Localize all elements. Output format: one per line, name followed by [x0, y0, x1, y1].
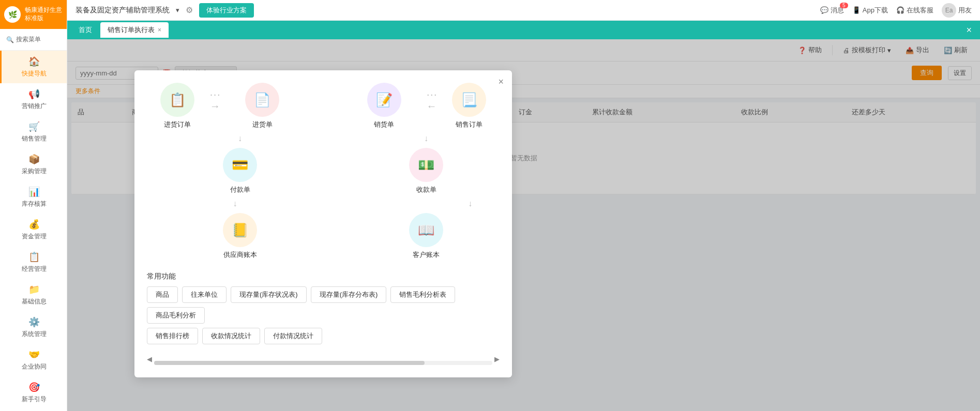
system-icon: ⚙️	[28, 316, 40, 328]
sales-icon: 🛒	[28, 121, 40, 132]
sidebar-logo: 🌿 畅康通好生意 标准版	[0, 0, 67, 29]
supplier-ledger-icon: 📒	[223, 213, 257, 247]
customer-ledger-icon: 📖	[409, 213, 443, 247]
tab-home[interactable]: 首页	[71, 22, 99, 38]
settings-icon[interactable]: ⚙	[186, 5, 193, 15]
sale-bill-icon: 📝	[367, 83, 401, 117]
content-area: ❓ 帮助 🖨 按模板打印 ▾ 📤 导出 🔄 刷新	[67, 39, 980, 411]
arrow-h-1: · · · →	[210, 88, 230, 112]
download-icon: 📱	[852, 6, 861, 14]
purchase-order-label: 进货订单	[164, 120, 191, 129]
common-buttons-row-2: 销售排行榜 收款情况统计 付款情况统计	[147, 328, 500, 344]
flow-row-2: 💳 付款单 💵 收款单	[147, 148, 500, 194]
common-buttons-row-1: 商品 往来单位 现存量(库存状况表) 现存量(库存分布表) 销售毛利分析表 商品…	[147, 286, 500, 324]
message-count: 5	[840, 3, 848, 8]
scroll-right-arrow[interactable]: ▶	[494, 355, 500, 363]
customer-ledger-label: 客户账本	[413, 250, 440, 260]
flow-row-3: 📒 供应商账本 📖 客户账本	[147, 213, 500, 260]
topbar: 装备及固定资产辅助管理系统 ▾ ⚙ 体验行业方案 💬 5 消息 📱 App下载 …	[67, 0, 980, 21]
flow-arrow-row-1: ↓ ↓	[209, 133, 500, 144]
modal-close-button[interactable]: ×	[498, 77, 504, 87]
btn-payment-stat[interactable]: 付款情况统计	[264, 328, 322, 344]
tab-sales-order[interactable]: 销售订单执行表 ×	[100, 22, 169, 38]
basic-icon: 📁	[28, 284, 40, 295]
flow-node-supplier-ledger[interactable]: 📒 供应商账本	[209, 213, 271, 260]
modal-scrollbar-row: ◀ ▶	[147, 353, 500, 365]
flow-node-sale-order[interactable]: 📃 销售订单	[439, 83, 500, 129]
flow-diagram: 📋 进货订单 · · · → 📄 进货单 📝 销货单	[147, 83, 500, 264]
flow-arrow-row-2: ↓ ↓	[147, 199, 500, 209]
finance-icon: 💰	[28, 219, 40, 230]
home-icon: 🏠	[28, 56, 40, 67]
sidebar-item-guide[interactable]: 🎯 新手引导	[0, 376, 67, 409]
sidebar-item-marketing[interactable]: 📢 营销推广	[0, 83, 67, 116]
modal-panel: × 📋 进货订单 · · · → 📄 进货单	[134, 70, 512, 377]
inventory-icon: 📊	[28, 186, 40, 197]
arrow-h-2: · · · →	[417, 88, 437, 112]
sidebar-item-system[interactable]: ⚙️ 系统管理	[0, 311, 67, 344]
sidebar-item-quick-nav[interactable]: 🏠 快捷导航	[0, 51, 67, 83]
btn-sales-profit[interactable]: 销售毛利分析表	[390, 286, 455, 303]
operation-icon: 📋	[28, 251, 40, 263]
tabbar: 首页 销售订单执行表 × ×	[67, 21, 980, 39]
flow-node-payment[interactable]: 💳 付款单	[209, 148, 271, 194]
system-dropdown[interactable]: ▾	[176, 6, 179, 14]
sidebar-item-operation[interactable]: 📋 经营管理	[0, 246, 67, 279]
search-icon: 🔍	[6, 36, 14, 43]
btn-stock-status[interactable]: 现存量(库存状况表)	[231, 286, 307, 303]
topbar-right: 💬 5 消息 📱 App下载 🎧 在线客服 Ea 用友	[820, 3, 972, 18]
arrow-down-1: ↓	[209, 134, 271, 143]
tab-close-icon[interactable]: ×	[158, 26, 161, 34]
collab-icon: 🤝	[28, 349, 40, 360]
avatar: Ea	[942, 3, 956, 18]
sidebar-nav: 🏠 快捷导航 📢 营销推广 🛒 销售管理 📦 采购管理 📊 库存核算 💰	[0, 51, 67, 411]
sidebar-item-basic[interactable]: 📁 基础信息	[0, 279, 67, 311]
btn-product-profit[interactable]: 商品毛利分析	[147, 307, 205, 324]
purchase-order-icon: 📋	[160, 83, 194, 117]
sidebar-search[interactable]: 🔍 搜索菜单	[0, 29, 67, 51]
btn-product[interactable]: 商品	[147, 286, 178, 303]
supplier-ledger-label: 供应商账本	[223, 250, 257, 260]
flow-node-purchase-bill[interactable]: 📄 进货单	[232, 83, 293, 129]
flow-node-sale-bill[interactable]: 📝 销货单	[354, 83, 415, 129]
common-functions-title: 常用功能	[147, 272, 500, 281]
btn-sales-rank[interactable]: 销售排行榜	[147, 328, 198, 344]
search-menu-button[interactable]: 🔍 搜索菜单	[4, 33, 63, 46]
flow-row-1: 📋 进货订单 · · · → 📄 进货单 📝 销货单	[147, 83, 500, 129]
app-download-btn[interactable]: 📱 App下载	[852, 6, 888, 15]
message-badge[interactable]: 💬 5 消息	[820, 6, 844, 15]
flow-node-customer-ledger[interactable]: 📖 客户账本	[395, 213, 457, 260]
logo-text: 畅康通好生意 标准版	[25, 6, 62, 22]
scroll-left-arrow[interactable]: ◀	[147, 355, 152, 363]
user-menu[interactable]: Ea 用友	[942, 3, 972, 18]
trial-button[interactable]: 体验行业方案	[199, 3, 254, 18]
sidebar-item-sales[interactable]: 🛒 销售管理	[0, 116, 67, 148]
online-service-btn[interactable]: 🎧 在线客服	[896, 6, 933, 15]
logo-icon: 🌿	[4, 6, 21, 23]
btn-stock-dist[interactable]: 现存量(库存分布表)	[311, 286, 387, 303]
tab-bar-close[interactable]: ×	[962, 25, 976, 36]
sale-order-icon: 📃	[452, 83, 486, 117]
sale-bill-label: 销货单	[374, 120, 394, 129]
btn-receipt-stat[interactable]: 收款情况统计	[202, 328, 260, 344]
receipt-label: 收款单	[416, 185, 436, 194]
sidebar: 🌿 畅康通好生意 标准版 🔍 搜索菜单 🏠 快捷导航 📢 营销推广 🛒	[0, 0, 67, 411]
marketing-icon: 📢	[28, 88, 40, 100]
sale-order-label: 销售订单	[456, 120, 483, 129]
message-icon: 💬	[820, 6, 828, 14]
sidebar-item-purchase[interactable]: 📦 采购管理	[0, 148, 67, 181]
flow-node-receipt[interactable]: 💵 收款单	[395, 148, 457, 194]
service-icon: 🎧	[896, 6, 904, 14]
sidebar-item-inventory[interactable]: 📊 库存核算	[0, 181, 67, 214]
payment-icon: 💳	[223, 148, 257, 182]
scrollbar-thumb[interactable]	[154, 361, 425, 365]
btn-counterpart[interactable]: 往来单位	[182, 286, 227, 303]
sidebar-item-collab[interactable]: 🤝 企业协同	[0, 344, 67, 376]
flow-node-purchase-order[interactable]: 📋 进货订单	[147, 83, 208, 129]
receipt-icon: 💵	[409, 148, 443, 182]
chevron-down-icon: ▾	[176, 6, 179, 14]
payment-label: 付款单	[230, 185, 250, 194]
common-functions: 常用功能 商品 往来单位 现存量(库存状况表) 现存量(库存分布表) 销售毛利分…	[147, 272, 500, 344]
modal-scrollbar[interactable]	[154, 361, 492, 365]
sidebar-item-finance[interactable]: 💰 资金管理	[0, 214, 67, 246]
